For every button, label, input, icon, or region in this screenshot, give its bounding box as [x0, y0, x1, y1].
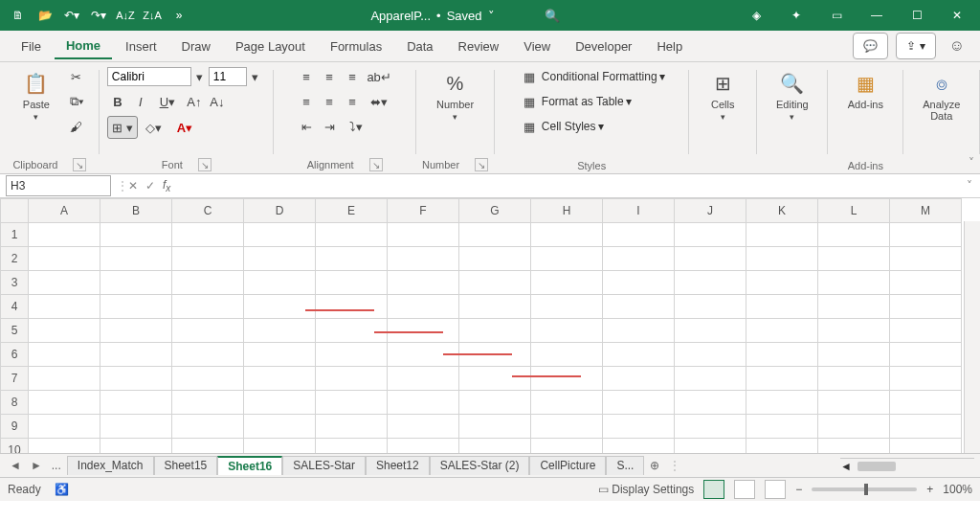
cell[interactable] [459, 391, 531, 415]
cell[interactable] [531, 223, 603, 247]
cell[interactable] [818, 223, 890, 247]
cell[interactable] [818, 391, 890, 415]
cell[interactable] [388, 247, 459, 271]
column-header[interactable]: G [459, 199, 531, 223]
copy-icon[interactable]: ⧉▾ [66, 91, 87, 112]
sheet-tab[interactable]: Sheet15 [154, 456, 218, 475]
column-header[interactable]: H [531, 199, 603, 223]
premium-icon[interactable]: ◈ [739, 3, 773, 28]
align-center-icon[interactable]: ≡ [319, 91, 340, 112]
font-color-button[interactable]: A▾ [170, 117, 199, 138]
cell[interactable] [531, 415, 603, 439]
share-button[interactable]: ⇪ ▾ [896, 33, 935, 59]
cell[interactable] [890, 295, 962, 319]
cell[interactable] [244, 295, 316, 319]
comments-button[interactable]: 💬 [853, 33, 888, 59]
cell[interactable] [100, 439, 172, 454]
sheet-nav-next-icon[interactable]: ► [27, 459, 46, 472]
cell[interactable] [244, 415, 316, 439]
cell[interactable] [890, 223, 962, 247]
cell[interactable] [244, 367, 316, 391]
row-header[interactable]: 10 [1, 439, 29, 454]
cell[interactable] [675, 367, 746, 391]
maximize-icon[interactable]: ☐ [900, 3, 934, 28]
cell[interactable] [172, 367, 244, 391]
conditional-formatting-button[interactable]: ▦Conditional Formatting ▾ [519, 66, 665, 87]
column-header[interactable]: A [29, 199, 100, 223]
cell[interactable] [531, 367, 603, 391]
row-header[interactable]: 8 [1, 391, 29, 415]
cell[interactable] [100, 295, 172, 319]
paste-button[interactable]: 📋 Paste▾ [12, 66, 60, 125]
column-header[interactable]: C [172, 199, 244, 223]
cell[interactable] [388, 271, 459, 295]
cell[interactable] [172, 343, 244, 367]
cell[interactable] [29, 247, 100, 271]
cell[interactable] [388, 319, 459, 343]
cell[interactable] [746, 367, 818, 391]
cell[interactable] [316, 271, 388, 295]
cell[interactable] [531, 391, 603, 415]
row-header[interactable]: 3 [1, 271, 29, 295]
cell[interactable] [316, 295, 388, 319]
cell[interactable] [29, 271, 100, 295]
row-header[interactable]: 9 [1, 415, 29, 439]
column-header[interactable]: J [675, 199, 746, 223]
fx-icon[interactable]: fx [163, 178, 170, 193]
fill-color-button[interactable]: ◇▾ [140, 117, 168, 138]
cell[interactable] [890, 439, 962, 454]
cell[interactable] [316, 391, 388, 415]
cell[interactable] [603, 343, 675, 367]
sheet-tab[interactable]: Sheet16 [217, 456, 282, 475]
cell[interactable] [459, 271, 531, 295]
title-dropdown-icon[interactable]: ˅ [488, 9, 495, 23]
cell[interactable] [172, 391, 244, 415]
tab-developer[interactable]: Developer [564, 34, 643, 58]
cell[interactable] [890, 247, 962, 271]
cell[interactable] [172, 439, 244, 454]
cell[interactable] [818, 367, 890, 391]
qat-more-icon[interactable]: » [167, 3, 191, 28]
cell[interactable] [316, 319, 388, 343]
sheet-tab[interactable]: S... [606, 456, 644, 475]
cell[interactable] [675, 295, 746, 319]
cell[interactable] [244, 343, 316, 367]
cell[interactable] [388, 223, 459, 247]
zoom-out-icon[interactable]: − [795, 483, 802, 496]
account-icon[interactable]: ☺ [949, 37, 965, 55]
accessibility-icon[interactable]: ♿ [55, 483, 69, 496]
zoom-slider[interactable] [812, 487, 917, 491]
font-launcher-icon[interactable]: ↘ [198, 158, 212, 171]
sheet-tab[interactable]: SALES-Star [282, 456, 366, 475]
cell[interactable] [746, 223, 818, 247]
cell[interactable] [890, 391, 962, 415]
tab-help[interactable]: Help [645, 34, 694, 58]
cell[interactable] [388, 295, 459, 319]
cell[interactable] [244, 391, 316, 415]
cell[interactable] [890, 271, 962, 295]
cell[interactable] [100, 391, 172, 415]
cell[interactable] [388, 367, 459, 391]
borders-button[interactable]: ⊞ ▾ [107, 116, 138, 139]
column-header[interactable]: M [890, 199, 962, 223]
row-header[interactable]: 4 [1, 295, 29, 319]
cell[interactable] [603, 271, 675, 295]
sheet-tab[interactable]: SALES-Star (2) [430, 456, 530, 475]
cell[interactable] [29, 367, 100, 391]
cell[interactable] [244, 247, 316, 271]
cell[interactable] [746, 247, 818, 271]
cell[interactable] [316, 415, 388, 439]
tab-draw[interactable]: Draw [170, 34, 222, 58]
cell[interactable] [531, 319, 603, 343]
row-header[interactable]: 7 [1, 367, 29, 391]
cell[interactable] [746, 271, 818, 295]
window-mode-icon[interactable]: ▭ [819, 3, 854, 28]
cell[interactable] [172, 295, 244, 319]
cell[interactable] [100, 271, 172, 295]
cell[interactable] [603, 247, 675, 271]
cell[interactable] [459, 319, 531, 343]
cell[interactable] [316, 247, 388, 271]
sheet-tab[interactable]: CellPicture [529, 456, 606, 475]
formula-input[interactable] [178, 176, 959, 195]
column-header[interactable]: I [603, 199, 675, 223]
